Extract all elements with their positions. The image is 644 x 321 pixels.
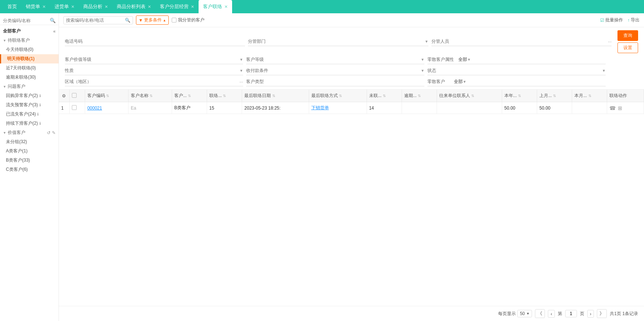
sort-last-date-icon: ⇅ (272, 94, 275, 98)
sort-this-month-icon: ⇅ (588, 94, 591, 98)
nav-sales-order[interactable]: 销货单 ✕ (21, 0, 50, 13)
sidebar-item-ungroup[interactable]: 未分组(32) (0, 137, 59, 146)
col-checkbox[interactable] (69, 90, 85, 102)
close-customer-contact-icon[interactable]: ✕ (224, 4, 228, 9)
settings-button[interactable]: 设置 (617, 42, 638, 53)
nav-customer-contact[interactable]: 客户联络 ✕ (199, 0, 232, 13)
row-overdue (402, 102, 437, 114)
col-this-year[interactable]: 本年... ⇅ (502, 90, 537, 102)
col-code[interactable]: 客户编码 ⇅ (85, 90, 128, 102)
sidebar-item-class-c[interactable]: C类客户(6) (0, 165, 59, 174)
sidebar-item-declining[interactable]: 持续下滑客户(2) ℹ (0, 119, 59, 128)
sidebar-item-churn-warning[interactable]: 流失预警客户(3) ℹ (0, 100, 59, 110)
close-product-analysis-list-icon[interactable]: ✕ (148, 4, 151, 9)
page-size-dropdown[interactable]: 50 ▼ (517, 310, 532, 317)
nature-filter[interactable]: 性质 ▼ (65, 66, 243, 75)
sidebar-item-class-a[interactable]: A类客户(1) (0, 146, 59, 156)
edit-icon[interactable]: ✎ (52, 130, 56, 135)
my-customers-checkbox[interactable]: 我分管的客户 (172, 17, 204, 23)
col-last-contact-method[interactable]: 最后联络方式 ⇅ (309, 90, 367, 102)
export-button[interactable]: ↑ 导出 (627, 17, 640, 23)
search-input[interactable] (66, 18, 125, 23)
sidebar-search-input[interactable] (3, 18, 50, 23)
row-last-contact-method[interactable]: 下销货单 (309, 102, 367, 114)
nav-purchase-order[interactable]: 进货单 ✕ (50, 0, 79, 13)
col-unit-contact[interactable]: 往来单位联系人 ⇅ (437, 90, 502, 102)
page-number-input[interactable] (565, 310, 577, 317)
sidebar-item-overdue[interactable]: 逾期未联络(30) (0, 73, 59, 82)
batch-ops-icon: ☑ (600, 18, 604, 23)
col-settings[interactable]: ⚙ (59, 90, 69, 102)
first-page-button[interactable]: 《 (535, 309, 545, 318)
manager-dots-icon[interactable]: ··· (608, 39, 612, 44)
page-size-chevron-icon: ▼ (526, 312, 529, 315)
close-purchase-order-icon[interactable]: ✕ (71, 4, 74, 9)
col-contact-count[interactable]: 联络... ⇅ (207, 90, 242, 102)
prev-page-button[interactable]: ‹ (548, 310, 554, 318)
row-checkbox[interactable] (69, 102, 85, 114)
search-button-icon[interactable]: 🔍 (125, 18, 130, 23)
close-customer-segmentation-icon[interactable]: ✕ (191, 4, 194, 9)
col-last-contact-date[interactable]: 最后联络日期 ⇅ (242, 90, 309, 102)
my-customers-check-icon[interactable] (172, 18, 176, 23)
retail-attr-filter[interactable]: 零散客户属性 全部 ▼ (427, 55, 606, 64)
action-grid-icon[interactable]: ⊞ (618, 105, 622, 111)
customer-grade-filter[interactable]: 客户等级 ▼ (246, 55, 424, 64)
sidebar-item-churned[interactable]: 已流失客户(24) ℹ (0, 110, 59, 119)
info-icon-2: ℹ (39, 103, 41, 107)
sidebar-item-tomorrow[interactable]: 明天待联络(1) (0, 54, 59, 63)
nav-product-analysis[interactable]: 商品分析 ✕ (79, 0, 112, 13)
nav-product-analysis-list[interactable]: 商品分析列表 ✕ (112, 0, 155, 13)
more-filter-button[interactable]: ▼ 更多条件 ▲ (136, 15, 169, 25)
status-filter[interactable]: 状态 ▼ (427, 66, 606, 75)
manager-filter[interactable]: 分管人员 ··· (431, 37, 612, 46)
sort-last-method-icon: ⇅ (339, 94, 342, 98)
region-dots-icon[interactable]: ··· (239, 79, 243, 84)
select-all-checkbox[interactable] (72, 93, 77, 98)
sidebar-search-icon[interactable]: 🔍 (50, 18, 56, 23)
row-select-checkbox[interactable] (72, 105, 77, 110)
nature-chevron-icon: ▼ (239, 69, 243, 73)
value-customers-group: 价值客户 ↺ ✎ (0, 128, 59, 137)
close-product-analysis-icon[interactable]: ✕ (105, 4, 108, 9)
row-unit-contact (437, 102, 502, 114)
retail-customer-filter[interactable]: 零散客户 全部 ▼ (427, 77, 606, 86)
sidebar-item-today[interactable]: 今天待联络(0) (0, 45, 59, 54)
col-this-month[interactable]: 本月... ⇅ (572, 90, 607, 102)
row-name[interactable]: Ea (128, 102, 172, 114)
collapse-icon[interactable]: « (53, 29, 56, 34)
top-nav: 首页 销货单 ✕ 进货单 ✕ 商品分析 ✕ 商品分析列表 ✕ 客户分层经营 ✕ … (0, 0, 644, 13)
batch-ops-button[interactable]: ☑ 批量操作 (600, 17, 623, 23)
dept-filter[interactable]: 分管部门 ▼ (248, 37, 428, 46)
customer-grade-chevron-icon: ▼ (421, 58, 424, 62)
customer-value-chevron-icon: ▼ (239, 58, 243, 62)
page-size-selector[interactable]: 每页显示 50 ▼ (498, 310, 532, 317)
col-type[interactable]: 客户... ⇅ (172, 90, 207, 102)
sidebar-item-class-b[interactable]: B类客户(33) (0, 156, 59, 165)
customer-type-filter[interactable]: 客户类型 (246, 77, 424, 86)
col-last-month[interactable]: 上月... ⇅ (537, 90, 572, 102)
nav-customer-segmentation[interactable]: 客户分层经营 ✕ (155, 0, 199, 13)
sidebar-search-bar[interactable]: 🔍 (0, 16, 59, 25)
col-no-contact[interactable]: 未联... ⇅ (367, 90, 402, 102)
payment-filter[interactable]: 收付款条件 ▼ (246, 66, 424, 75)
row-code[interactable]: 000021 (85, 102, 128, 114)
last-page-button[interactable]: 》 (597, 309, 607, 318)
row-type: B类客户 (172, 102, 207, 114)
sidebar-item-repurchase-abnormal[interactable]: 回购异常客户(2) ℹ (0, 91, 59, 100)
customer-value-filter[interactable]: 客户价值等级 ▼ (65, 55, 243, 64)
col-overdue[interactable]: 逾期... ⇅ (402, 90, 437, 102)
info-icon-4: ℹ (39, 121, 41, 125)
col-name[interactable]: 客户名称 ⇅ (128, 90, 172, 102)
query-button[interactable]: 查询 (617, 30, 638, 41)
close-sales-order-icon[interactable]: ✕ (42, 4, 46, 9)
refresh-icon[interactable]: ↺ (47, 130, 50, 135)
table-row: 1 000021 Ea B类客户 15 2023-05-23 18:25: 下销… (59, 102, 644, 114)
search-bar[interactable]: 🔍 (63, 16, 133, 24)
action-phone-icon[interactable]: ☎ (609, 105, 616, 111)
nav-home[interactable]: 首页 (3, 0, 21, 13)
region-filter[interactable]: 区域（地区） ··· (65, 77, 243, 86)
pagination: 每页显示 50 ▼ 《 ‹ 第 页 › 》 共1页 1条记录 (59, 306, 644, 321)
sidebar-item-7days[interactable]: 近7天待联络(0) (0, 63, 59, 73)
next-page-button[interactable]: › (587, 310, 594, 318)
